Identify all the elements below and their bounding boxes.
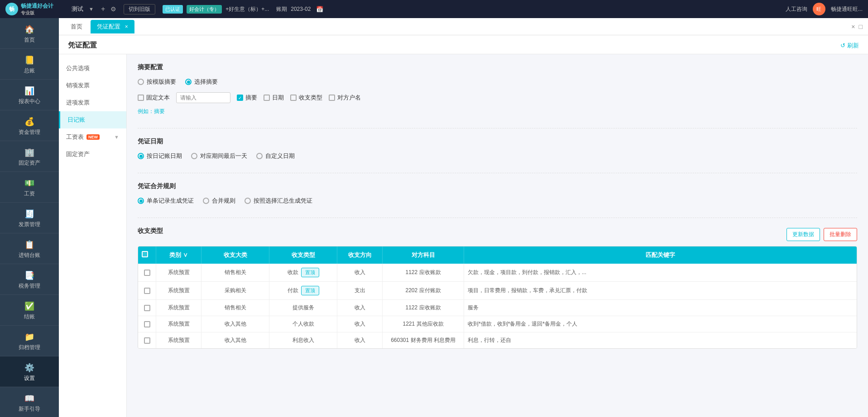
summary-config-title: 摘要配置 bbox=[138, 63, 857, 71]
cell-category-5: 系统预置 bbox=[156, 332, 201, 348]
radio-custom-date[interactable]: 自定义日期 bbox=[256, 152, 295, 160]
row-2-checkbox[interactable] bbox=[144, 288, 150, 294]
sidebar-item-assets[interactable]: 🏢 固定资产 bbox=[0, 141, 59, 172]
cb-summary[interactable]: ✓ 摘要 bbox=[237, 94, 257, 102]
sidebar-item-settings[interactable]: ⚙️ 设置 bbox=[0, 356, 59, 387]
window-max-btn[interactable]: □ bbox=[859, 23, 863, 30]
cb-income-type-label: 收支类型 bbox=[299, 94, 322, 102]
radio-aggregate[interactable]: 按照选择汇总生成凭证 bbox=[245, 197, 312, 205]
nav-item-purchase-invoice[interactable]: 进项发票 bbox=[59, 94, 126, 111]
top-tag-1[interactable]: 置顶 bbox=[301, 268, 319, 277]
sidebar-item-guide[interactable]: 📖 新手引导 bbox=[0, 387, 59, 417]
sidebar-item-invoice[interactable]: 🧾 发票管理 bbox=[0, 203, 59, 233]
cell-checkbox-1[interactable] bbox=[138, 264, 156, 281]
main: 首页 凭证配置 × × □ 凭证配置 ↺ 刷新 bbox=[59, 18, 868, 417]
expand-icon[interactable]: ▼ bbox=[114, 134, 119, 140]
period-value: 2023-02 bbox=[291, 6, 311, 12]
sidebar-label-assets: 固定资产 bbox=[19, 159, 40, 167]
close-books-icon: ✅ bbox=[24, 301, 34, 311]
tab-voucher-config[interactable]: 凭证配置 × bbox=[91, 20, 134, 33]
cb-counterpart[interactable]: 对方户名 bbox=[329, 94, 361, 102]
calendar-icon[interactable]: 📅 bbox=[316, 6, 323, 13]
cell-dir-3: 收入 bbox=[337, 300, 383, 316]
sidebar-label-guide: 新手引导 bbox=[19, 405, 40, 413]
cell-account-4: 1221 其他应收款 bbox=[383, 316, 464, 332]
business-tag: +好生意（标）+... bbox=[225, 5, 269, 13]
invoice-icon: 🧾 bbox=[24, 209, 34, 219]
company-name: 测试 bbox=[72, 5, 83, 13]
sidebar-item-close[interactable]: ✅ 结账 bbox=[0, 295, 59, 326]
tab-home[interactable]: 首页 bbox=[64, 20, 89, 33]
select-all-checkbox[interactable] bbox=[142, 251, 148, 257]
nav-item-journal[interactable]: 日记账 bbox=[59, 111, 126, 128]
sidebar-item-funds[interactable]: 💰 资金管理 bbox=[0, 110, 59, 141]
cell-category-1: 系统预置 bbox=[156, 264, 201, 281]
top-tag-2[interactable]: 置顶 bbox=[301, 286, 319, 295]
radio-custom-date-label: 自定义日期 bbox=[265, 152, 295, 160]
sidebar-item-archive[interactable]: 📁 归档管理 bbox=[0, 326, 59, 356]
logo: 畅 畅捷通好会计 专业版 bbox=[5, 2, 64, 16]
radio-period-last-label: 对应期间最后一天 bbox=[200, 152, 247, 160]
user-avatar[interactable]: 旺 bbox=[813, 3, 825, 15]
window-close-btn[interactable]: × bbox=[851, 23, 855, 30]
radio-single-record[interactable]: 单条记录生成凭证 bbox=[138, 197, 194, 205]
cell-checkbox-4[interactable] bbox=[138, 316, 156, 332]
sidebar-item-salary[interactable]: 💵 工资 bbox=[0, 172, 59, 203]
page-title: 凭证配置 bbox=[68, 41, 97, 50]
username: 畅捷通旺旺... bbox=[831, 5, 863, 13]
table-row: 系统预置 收入其他 利息收入 收入 660301 财务费用 利息费用 利息，行转… bbox=[138, 332, 857, 348]
nav-item-public[interactable]: 公共选项 bbox=[59, 60, 126, 77]
radio-period-last[interactable]: 对应期间最后一天 bbox=[191, 152, 247, 160]
cell-account-3: 1122 应收账款 bbox=[383, 300, 464, 316]
cb-fixed-text[interactable]: 固定文本 bbox=[138, 94, 170, 102]
add-icon[interactable]: + bbox=[101, 5, 105, 13]
nav-item-payroll[interactable]: 工资表 NEW ▼ bbox=[59, 128, 126, 146]
radio-merge-rule[interactable]: 合并规则 bbox=[203, 197, 235, 205]
row-1-checkbox[interactable] bbox=[144, 270, 150, 276]
col-checkbox[interactable] bbox=[138, 246, 156, 264]
ledger-icon: 📒 bbox=[24, 55, 34, 65]
divider-2 bbox=[138, 173, 857, 173]
cell-checkbox-5[interactable] bbox=[138, 332, 156, 348]
cell-checkbox-3[interactable] bbox=[138, 300, 156, 316]
consult-label[interactable]: 人工咨询 bbox=[786, 5, 807, 13]
update-data-btn[interactable]: 更新数据 bbox=[786, 228, 820, 241]
radio-select-summary[interactable]: 选择摘要 bbox=[185, 78, 218, 86]
sidebar-item-reports[interactable]: 📊 报表中心 bbox=[0, 80, 59, 110]
tab-close-icon[interactable]: × bbox=[125, 24, 128, 30]
cell-checkbox-2[interactable] bbox=[138, 282, 156, 299]
table-row: 系统预置 销售相关 收款 置顶 收入 1122 应收账款 欠款，现金，项目款，到… bbox=[138, 264, 857, 282]
col-keywords: 匹配关键字 bbox=[464, 246, 857, 264]
merge-rules-radio-group: 单条记录生成凭证 合并规则 按照选择汇总生成凭证 bbox=[138, 197, 857, 205]
reports-icon: 📊 bbox=[24, 86, 34, 96]
row-3-checkbox[interactable] bbox=[144, 305, 150, 311]
radio-template-summary[interactable]: 按模版摘要 bbox=[138, 78, 176, 86]
radio-journal-date[interactable]: 按日记账日期 bbox=[138, 152, 182, 160]
radio-merge-rule-circle bbox=[203, 198, 209, 204]
table-row: 系统预置 收入其他 个人收款 收入 1221 其他应收款 收到*借款，收到*备用… bbox=[138, 316, 857, 332]
sidebar-item-trade[interactable]: 📋 进销台账 bbox=[0, 233, 59, 264]
sidebar-item-ledger[interactable]: 📒 总账 bbox=[0, 49, 59, 80]
sidebar-item-home[interactable]: 🏠 首页 bbox=[0, 18, 59, 49]
nav-item-fixed-assets[interactable]: 固定资产 bbox=[59, 146, 126, 163]
cell-sub-4: 个人收款 bbox=[269, 316, 337, 332]
radio-template-circle bbox=[138, 79, 144, 85]
switch-old-btn[interactable]: 切到旧版 bbox=[124, 4, 155, 14]
trade-icon: 📋 bbox=[24, 240, 34, 250]
refresh-btn[interactable]: ↺ 刷新 bbox=[840, 42, 859, 50]
sidebar-item-tax[interactable]: 📑 税务管理 bbox=[0, 264, 59, 295]
cb-income-type[interactable]: 收支类型 bbox=[290, 94, 322, 102]
cb-fixed-text-label: 固定文本 bbox=[146, 94, 170, 102]
row-4-checkbox[interactable] bbox=[144, 321, 150, 327]
cb-date[interactable]: 日期 bbox=[264, 94, 284, 102]
company-dropdown-icon[interactable]: ▼ bbox=[89, 6, 94, 12]
cb-summary-box: ✓ bbox=[237, 95, 243, 101]
nav-item-sales-invoice[interactable]: 销项发票 bbox=[59, 77, 126, 94]
divider-3 bbox=[138, 218, 857, 218]
logo-icon: 畅 bbox=[5, 3, 18, 15]
batch-delete-btn[interactable]: 批量删除 bbox=[824, 228, 857, 241]
fixed-text-input[interactable] bbox=[176, 92, 230, 103]
row-5-checkbox[interactable] bbox=[144, 337, 150, 344]
cell-sub-1: 收款 置顶 bbox=[269, 264, 337, 281]
settings-icon[interactable]: ⚙ bbox=[110, 5, 116, 13]
